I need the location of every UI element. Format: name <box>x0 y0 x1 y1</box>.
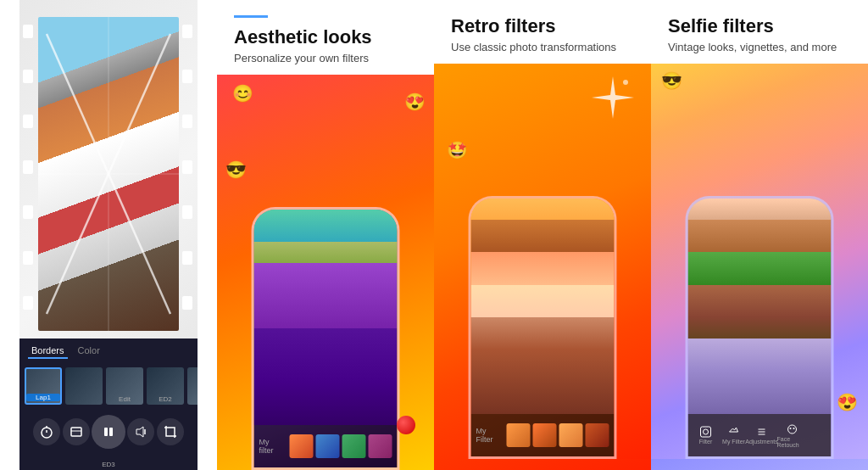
film-hole <box>182 205 192 219</box>
sparkle-decoration <box>587 72 638 126</box>
filter-bar: My filter <box>254 425 398 467</box>
aesthetic-looks-header: Aesthetic looks Personalize your own fil… <box>217 0 434 75</box>
film-hole <box>182 25 192 38</box>
tool-item[interactable]: Filter <box>693 426 719 445</box>
retro-filters-header: Retro filters Use classic photo transfor… <box>434 0 651 64</box>
player-controls-row <box>19 408 198 456</box>
emoji-sunglasses: 😎 <box>225 159 247 180</box>
filter-thumb-1[interactable] <box>290 434 314 458</box>
tool-item[interactable]: Adjustments <box>749 426 775 445</box>
phone-screen-aesthetic: My filter <box>254 210 398 467</box>
film-hole <box>23 160 33 174</box>
filter-label-retro: My Filter <box>476 427 502 444</box>
svg-point-14 <box>704 429 709 434</box>
timer-icon <box>40 425 53 439</box>
film-hole <box>182 296 192 310</box>
person-photo <box>38 17 179 331</box>
phone-screen-selfie: Filter My Filter Adjustments Face R <box>688 199 832 456</box>
filter-thumb-3[interactable] <box>342 434 366 458</box>
retro-thumb-4[interactable] <box>586 423 609 447</box>
retro-filters-content: Retro filters Use classic photo transfor… <box>434 0 651 470</box>
emoji-sunglasses-selfie: 😎 <box>661 70 682 91</box>
emoji-hearts: 😍 <box>404 92 426 112</box>
filter-bar-retro: My Filter <box>471 414 615 456</box>
mute-button[interactable] <box>127 418 154 445</box>
retro-thumb-3[interactable] <box>559 423 583 447</box>
aesthetic-looks-title: Aesthetic looks <box>234 26 417 48</box>
filter-thumbnail[interactable]: Lap1 <box>25 367 62 405</box>
film-hole <box>182 70 192 83</box>
filter-thumbnails-row: Lap1 ED3 Edit ED2 ED4 <box>19 364 198 408</box>
face-retouch-icon <box>786 423 798 435</box>
svg-rect-13 <box>701 427 711 437</box>
pause-icon <box>102 425 115 439</box>
timer-button[interactable] <box>33 418 60 445</box>
film-hole <box>23 205 33 219</box>
svg-marker-10 <box>136 427 143 437</box>
filter-thumbnail[interactable]: ED3 <box>65 367 103 405</box>
svg-point-18 <box>787 425 796 434</box>
bottom-ui-panel: Borders Color Lap1 ED3 Edit ED2 <box>19 339 198 470</box>
crop-button[interactable] <box>157 418 184 445</box>
svg-rect-8 <box>104 428 108 436</box>
film-hole <box>23 296 33 310</box>
red-decoration-ball <box>397 416 415 434</box>
tool-item[interactable]: My Filter <box>721 426 747 445</box>
emoji-smiley: 😊 <box>232 83 253 104</box>
filter-thumb-label: Edit <box>106 395 143 403</box>
film-hole <box>23 251 33 265</box>
filter-text: My filter <box>259 438 285 455</box>
people-selfie <box>688 199 832 414</box>
crop-icon <box>164 425 177 439</box>
svg-rect-9 <box>109 428 113 436</box>
sparkle-svg <box>587 72 638 123</box>
emoji-hearts-selfie: 😍 <box>837 392 858 412</box>
tool-item[interactable]: Face Retouch <box>777 423 807 448</box>
svg-point-19 <box>789 428 791 429</box>
my-filter-icon <box>728 426 740 438</box>
light-effect-svg <box>38 17 179 331</box>
mute-icon <box>134 425 147 439</box>
retro-filters-bg: 🤩 My Filter <box>434 64 651 459</box>
retro-thumb-2[interactable] <box>533 423 557 447</box>
adjustments-icon <box>756 426 768 438</box>
selfie-filters-header: Selfie filters Vintage looks, vignettes,… <box>651 0 868 64</box>
film-hole <box>23 70 33 83</box>
svg-point-12 <box>623 80 628 85</box>
tool-label: Filter <box>699 439 713 445</box>
phone-screen-retro: My Filter <box>471 199 615 456</box>
themes-icon <box>70 425 83 439</box>
film-hole <box>23 115 33 128</box>
tool-label: Adjustments <box>745 439 778 445</box>
film-hole <box>23 25 33 38</box>
selfie-filters-content: Selfie filters Vintage looks, vignettes,… <box>651 0 868 470</box>
person-retro <box>471 199 615 414</box>
aesthetic-looks-bg: 😊 😎 😍 My filter <box>217 75 434 470</box>
aesthetic-looks-content: Aesthetic looks Personalize your own fil… <box>217 0 434 470</box>
tab-color[interactable]: Color <box>75 344 103 359</box>
filter-thumbnail[interactable]: ED2 <box>147 367 184 405</box>
filter-thumb-label: ED2 <box>147 395 184 403</box>
tab-borders[interactable]: Borders <box>28 344 68 359</box>
svg-rect-6 <box>71 428 81 436</box>
filter-thumb-2[interactable] <box>316 434 340 458</box>
play-button[interactable] <box>92 415 125 449</box>
selfie-tools-bar: Filter My Filter Adjustments Face R <box>688 414 832 456</box>
retro-thumb-1[interactable] <box>507 423 531 447</box>
retro-filters-subtitle: Use classic photo transformations <box>451 41 634 53</box>
active-filter-label: Lap1 <box>26 394 60 401</box>
selfie-filters-bg: 😎 😍 Filter My Filter <box>651 64 868 459</box>
filter-thumbnail[interactable]: Edit <box>106 367 143 405</box>
filter-thumb-4[interactable] <box>369 434 392 458</box>
filter-thumb-label: ED4 <box>187 395 198 403</box>
film-hole <box>182 160 192 174</box>
phone-mockup-aesthetic: My filter <box>252 207 400 470</box>
selfie-filters-title: Selfie filters <box>668 15 851 37</box>
themes-button[interactable] <box>63 418 90 445</box>
tool-label: Face Retouch <box>777 436 807 448</box>
filter-thumbnail[interactable]: ED4 <box>187 367 198 405</box>
filter-tabs-row: Borders Color <box>19 339 198 364</box>
film-strip-container: Borders Color Lap1 ED3 Edit ED2 <box>19 0 198 470</box>
film-background: Borders Color Lap1 ED3 Edit ED2 <box>19 0 198 470</box>
retro-filters-title: Retro filters <box>451 15 634 37</box>
